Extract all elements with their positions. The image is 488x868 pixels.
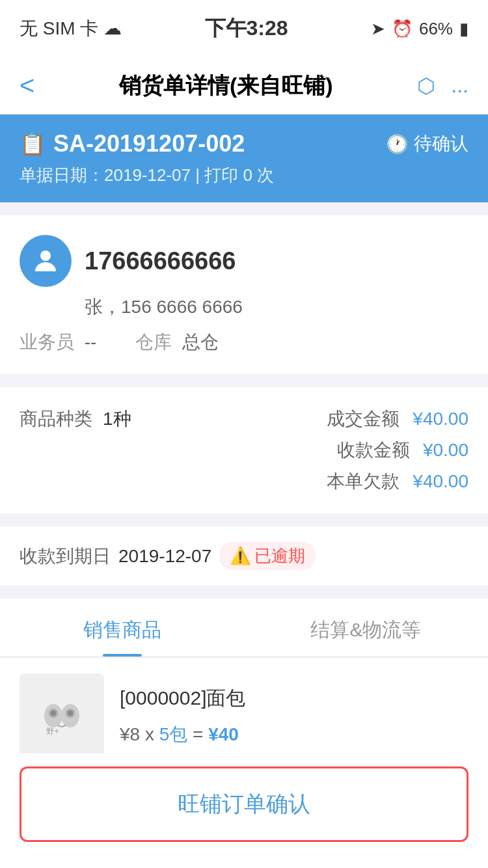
salesperson-field: 业务员 -- bbox=[20, 330, 96, 355]
status-right: ➤ ⏰ 66% ▮ bbox=[371, 19, 468, 39]
order-date: 单据日期：2019-12-07 | 打印 0 次 bbox=[20, 164, 468, 187]
avatar bbox=[20, 235, 72, 287]
product-types-field: 商品种类 1种 bbox=[20, 407, 131, 431]
received-amount-label: 收款金额 bbox=[337, 438, 410, 463]
warehouse-value: 总仓 bbox=[182, 332, 219, 352]
transaction-amount-label: 成交金额 bbox=[327, 407, 400, 431]
order-icon: 📋 bbox=[20, 131, 46, 156]
order-status: 🕐 待确认 bbox=[386, 131, 468, 156]
product-types-value: 1种 bbox=[103, 407, 131, 431]
tabs-section: 销售商品 结算&物流等 野+ [0000002]面包 ¥8 x 5包 = ¥40 bbox=[0, 599, 488, 774]
nav-bar: < 销货单详情(来自旺铺) ⬡ ... bbox=[0, 57, 488, 115]
due-date-value: 2019-12-07 bbox=[118, 546, 211, 567]
confirm-order-button[interactable]: 旺铺订单确认 bbox=[20, 766, 468, 842]
status-left: 无 SIM 卡 ☁ bbox=[20, 16, 122, 41]
customer-name: 张，156 6666 6666 bbox=[85, 295, 468, 319]
tab-sales-products[interactable]: 销售商品 bbox=[0, 599, 244, 657]
svg-text:野+: 野+ bbox=[46, 727, 59, 735]
due-date-section: 收款到期日 2019-12-07 ⚠️ 已逾期 bbox=[0, 526, 488, 586]
product-types-label: 商品种类 bbox=[20, 407, 92, 431]
page-title: 销货单详情(来自旺铺) bbox=[119, 71, 333, 101]
product-thumbnail: 野+ bbox=[20, 673, 104, 758]
share-icon[interactable]: ⬡ bbox=[417, 74, 435, 98]
product-details: [0000002]面包 ¥8 x 5包 = ¥40 bbox=[120, 685, 468, 747]
due-date-label: 收款到期日 bbox=[20, 544, 111, 569]
status-bar: 无 SIM 卡 ☁ 下午3:28 ➤ ⏰ 66% ▮ bbox=[0, 0, 488, 57]
received-amount-row: 收款金额 ¥0.00 bbox=[337, 438, 468, 463]
sim-label: 无 SIM 卡 ☁ bbox=[20, 16, 122, 41]
customer-section: 17666666666 张，156 6666 6666 业务员 -- 仓库 总仓 bbox=[0, 215, 488, 374]
total-price: ¥40 bbox=[208, 724, 239, 744]
bottom-area: 旺铺订单确认 bbox=[0, 753, 488, 868]
price-formula: ¥8 x bbox=[120, 724, 159, 744]
salesperson-value: -- bbox=[85, 332, 97, 352]
svg-point-0 bbox=[40, 251, 51, 261]
svg-point-5 bbox=[51, 711, 56, 716]
back-button[interactable]: < bbox=[20, 71, 34, 100]
product-name: [0000002]面包 bbox=[120, 685, 468, 712]
location-icon: ➤ bbox=[371, 19, 385, 39]
salesperson-label: 业务员 bbox=[20, 332, 74, 352]
equals: = bbox=[187, 724, 208, 744]
amounts-section: 成交金额 ¥40.00 收款金额 ¥0.00 本单欠款 ¥40.00 bbox=[327, 407, 468, 494]
quantity: 5包 bbox=[159, 724, 188, 744]
transaction-amount-row: 成交金额 ¥40.00 bbox=[327, 407, 468, 431]
tabs-row: 销售商品 结算&物流等 bbox=[0, 599, 488, 657]
overdue-badge: ⚠️ 已逾期 bbox=[219, 542, 316, 570]
svg-point-6 bbox=[68, 711, 73, 716]
battery-level: 66% bbox=[419, 19, 453, 39]
product-price: ¥8 x 5包 = ¥40 bbox=[120, 722, 468, 747]
warning-icon: ⚠️ bbox=[230, 546, 251, 566]
status-label: 待确认 bbox=[414, 131, 468, 156]
received-amount-value: ¥0.00 bbox=[423, 440, 468, 461]
summary-section: 商品种类 1种 成交金额 ¥40.00 收款金额 ¥0.00 本单欠款 ¥40.… bbox=[0, 387, 488, 513]
more-icon[interactable]: ... bbox=[451, 74, 468, 98]
customer-phone: 17666666666 bbox=[85, 247, 236, 275]
nav-right: ⬡ ... bbox=[417, 74, 468, 98]
battery-icon: ▮ bbox=[459, 19, 468, 39]
owed-amount-value: ¥40.00 bbox=[413, 471, 468, 492]
customer-meta: 业务员 -- 仓库 总仓 bbox=[20, 330, 468, 355]
nav-left: < bbox=[20, 71, 34, 100]
alarm-icon: ⏰ bbox=[392, 19, 413, 39]
owed-amount-row: 本单欠款 ¥40.00 bbox=[327, 469, 468, 494]
owed-amount-label: 本单欠款 bbox=[327, 469, 400, 494]
warehouse-label: 仓库 bbox=[135, 332, 172, 352]
status-time: 下午3:28 bbox=[205, 14, 288, 43]
overdue-label: 已逾期 bbox=[254, 545, 305, 567]
warehouse-field: 仓库 总仓 bbox=[135, 330, 219, 355]
tab-settlement-logistics[interactable]: 结算&物流等 bbox=[244, 599, 488, 657]
clock-icon: 🕐 bbox=[386, 133, 409, 155]
order-header: 📋 SA-20191207-002 🕐 待确认 单据日期：2019-12-07 … bbox=[0, 115, 488, 202]
transaction-amount-value: ¥40.00 bbox=[413, 409, 468, 429]
order-id: SA-20191207-002 bbox=[53, 130, 245, 157]
